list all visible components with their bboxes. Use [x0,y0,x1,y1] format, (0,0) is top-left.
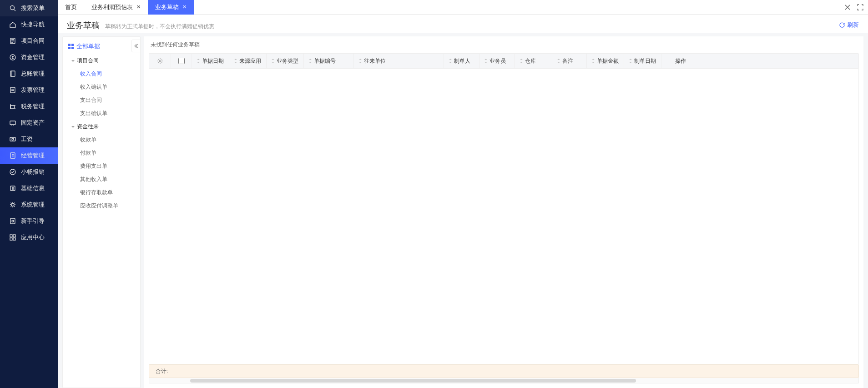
table-settings-button[interactable] [149,54,171,68]
filter-sidebar: 全部单据 项目合同收入合同收入确认单支出合同支出确认单资金往来收款单付款单费用支… [62,36,141,388]
sidebar-item-0[interactable]: 搜索菜单 [0,0,58,16]
apps-icon [9,234,16,241]
sidebar-item-7[interactable]: 固定资产 [0,115,58,131]
reimburse-icon [9,168,16,176]
filter-all-docs[interactable]: 全部单据 [63,39,140,54]
svg-rect-20 [68,47,71,49]
select-all-checkbox[interactable] [178,58,185,64]
column-header-8[interactable]: 备注 [552,54,587,68]
tree-leaf-0-1[interactable]: 收入确认单 [66,81,136,94]
tree-leaf-0-3[interactable]: 支出确认单 [66,107,136,120]
sidebar-item-12[interactable]: 系统管理 [0,197,58,213]
sidebar-item-2[interactable]: 项目合同 [0,33,58,49]
column-label: 来源应用 [239,57,261,65]
column-label: 单据编号 [314,57,336,65]
column-header-10[interactable]: 制单日期 [624,54,661,68]
sort-icon[interactable] [520,59,523,63]
sort-icon[interactable] [197,59,200,63]
tab-0[interactable]: 首页 [58,0,84,15]
chevron-down-icon [71,59,75,63]
sort-icon[interactable] [449,59,452,63]
sidebar-item-label: 发票管理 [21,86,45,94]
column-header-5[interactable]: 制单人 [444,54,479,68]
chevron-down-icon [71,125,75,129]
sidebar-item-13[interactable]: 新手引导 [0,213,58,229]
column-label: 单据日期 [202,57,224,65]
sort-icon[interactable] [557,59,560,63]
svg-point-0 [10,6,15,10]
tree-leaf-1-4[interactable]: 银行存取款单 [66,186,136,199]
refresh-label: 刷新 [847,21,859,29]
column-header-0[interactable]: 单据日期 [192,54,229,68]
tree-leaf-1-1[interactable]: 付款单 [66,146,136,160]
close-icon[interactable] [844,4,851,10]
ledger-icon [9,70,16,77]
tree-group-0[interactable]: 项目合同 [66,54,136,67]
sidebar-item-8[interactable]: 工资 [0,131,58,147]
sidebar-item-6[interactable]: 税务管理 [0,98,58,115]
horizontal-scrollbar[interactable] [149,378,859,383]
sort-icon[interactable] [234,59,237,63]
column-header-4[interactable]: 往来单位 [354,54,444,68]
sidebar-item-5[interactable]: 发票管理 [0,82,58,98]
column-label: 操作 [675,57,686,65]
tab-label: 业务草稿 [155,3,179,11]
sort-icon[interactable] [271,59,275,63]
page-title: 业务草稿 [67,20,100,31]
sidebar-item-label: 系统管理 [21,201,45,209]
column-header-11[interactable]: 操作 [661,54,700,68]
sort-icon[interactable] [629,59,632,63]
tab-label: 首页 [65,3,77,11]
tree-leaf-0-0[interactable]: 收入合同 [66,67,136,81]
sidebar-item-label: 总账管理 [21,70,45,78]
sort-icon[interactable] [308,59,312,63]
tab-2[interactable]: 业务草稿✕ [148,0,194,15]
sidebar-item-3[interactable]: 资金管理 [0,49,58,66]
sidebar-item-10[interactable]: 小畅报销 [0,164,58,180]
sort-icon[interactable] [358,59,362,63]
sidebar-item-11[interactable]: 基础信息 [0,180,58,197]
sidebar-item-label: 小畅报销 [21,168,45,176]
column-label: 制单人 [454,57,470,65]
svg-point-11 [11,203,14,206]
column-header-1[interactable]: 来源应用 [229,54,267,68]
scrollbar-thumb[interactable] [190,379,636,383]
column-header-2[interactable]: 业务类型 [267,54,304,68]
info-icon [9,185,16,192]
column-label: 仓库 [525,57,536,65]
svg-rect-16 [10,238,12,240]
sidebar-item-14[interactable]: 应用中心 [0,229,58,246]
search-icon [9,5,16,12]
sidebar-item-1[interactable]: 快捷导航 [0,16,58,33]
tabs-right-controls [844,4,868,10]
sidebar-item-4[interactable]: 总账管理 [0,66,58,82]
sidebar-item-9[interactable]: 经营管理 [0,147,58,164]
sort-icon[interactable] [484,59,488,63]
column-header-6[interactable]: 业务员 [479,54,515,68]
column-header-3[interactable]: 单据编号 [304,54,354,68]
column-header-7[interactable]: 仓库 [515,54,552,68]
svg-point-13 [12,220,14,222]
collapse-sidebar-button[interactable] [131,40,141,52]
refresh-button[interactable]: 刷新 [839,21,859,29]
sort-icon[interactable] [591,59,595,63]
tree-leaf-1-3[interactable]: 其他收入单 [66,173,136,186]
tree-group-label: 项目合同 [77,57,99,65]
svg-rect-3 [10,71,15,76]
svg-rect-21 [71,47,74,49]
tree-leaf-1-0[interactable]: 收款单 [66,133,136,146]
empty-message: 未找到任何业务草稿 [144,36,863,53]
tab-close-icon[interactable]: ✕ [182,4,187,10]
tree-group-1[interactable]: 资金往来 [66,120,136,133]
sidebar-item-label: 工资 [21,135,33,143]
tree-leaf-1-5[interactable]: 应收应付调整单 [66,199,136,212]
asset-icon [9,119,16,126]
tree-leaf-0-2[interactable]: 支出合同 [66,94,136,107]
content-body: 全部单据 项目合同收入合同收入确认单支出合同支出确认单资金往来收款单付款单费用支… [58,33,868,388]
tab-1[interactable]: 业务利润预估表✕ [84,0,148,15]
column-header-9[interactable]: 单据金额 [587,54,624,68]
tab-close-icon[interactable]: ✕ [136,4,141,10]
fullscreen-icon[interactable] [857,4,863,10]
tree-leaf-1-2[interactable]: 费用支出单 [66,160,136,173]
sidebar-item-label: 快捷导航 [21,20,45,29]
